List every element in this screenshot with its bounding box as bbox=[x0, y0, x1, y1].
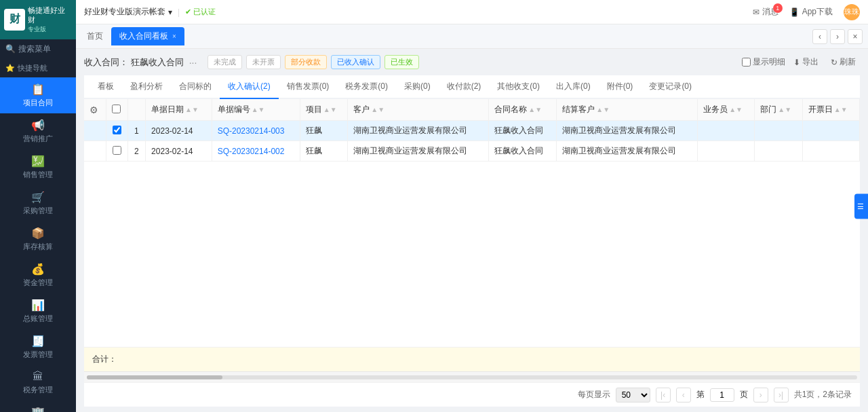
message-button[interactable]: ✉ 消息 1 bbox=[753, 6, 778, 18]
show-detail-label[interactable]: 显示明细 bbox=[742, 56, 785, 68]
row1-billno[interactable]: SQ-20230214-003 bbox=[212, 121, 300, 141]
subtab-payment[interactable]: 收付款(2) bbox=[439, 75, 490, 99]
verified-check-icon: ✔ bbox=[185, 7, 191, 16]
contract-more-button[interactable]: ··· bbox=[189, 57, 197, 68]
active-tab[interactable]: 收入合同看板 × bbox=[111, 27, 184, 45]
status-no-invoice[interactable]: 未开票 bbox=[246, 55, 281, 69]
status-badges: 未完成 未开票 部分收款 已收入确认 已生效 bbox=[208, 55, 419, 69]
row2-checkbox[interactable] bbox=[113, 146, 121, 155]
row2-contractname: 狂飙收入合同 bbox=[489, 141, 557, 162]
refresh-icon: ↻ bbox=[831, 58, 837, 67]
row2-num: 2 bbox=[127, 141, 146, 162]
export-button[interactable]: ⬇ 导出 bbox=[789, 54, 823, 70]
pagination-next-button[interactable]: › bbox=[753, 388, 768, 402]
pagination-first-button[interactable]: |‹ bbox=[656, 388, 671, 402]
sidebar-item-inventory[interactable]: 📦 库存核算 bbox=[0, 221, 76, 257]
col-resultcustomer-header[interactable]: 结算客户 ▲▼ bbox=[557, 99, 698, 121]
logo-text: 畅捷通好业财 bbox=[28, 5, 72, 25]
refresh-button[interactable]: ↻ 刷新 bbox=[827, 54, 860, 70]
avatar-button[interactable]: 珠珠 bbox=[844, 4, 860, 20]
search-menu-item[interactable]: 🔍 搜索菜单 bbox=[0, 39, 76, 59]
sort-contractname-icon: ▲▼ bbox=[528, 107, 542, 113]
subtab-purchase[interactable]: 采购(0) bbox=[396, 75, 439, 99]
sidebar-item-label: 采购管理 bbox=[23, 206, 53, 216]
subtab-profit[interactable]: 盈利分析 bbox=[122, 75, 171, 99]
scrollbar-track[interactable] bbox=[87, 375, 857, 379]
sidebar-item-purchase[interactable]: 🛒 采购管理 bbox=[0, 185, 76, 221]
table-row[interactable]: 1 2023-02-14 SQ-20230214-003 狂飙 湖南卫视商业运营… bbox=[84, 121, 860, 141]
sidebar-item-project[interactable]: 📋 项目合同 bbox=[0, 77, 76, 113]
col-salesperson-header[interactable]: 业务员 ▲▼ bbox=[698, 99, 755, 121]
sort-customer-icon: ▲▼ bbox=[371, 107, 384, 113]
col-customer-header[interactable]: 客户 ▲▼ bbox=[348, 99, 489, 121]
contract-actions: 显示明细 ⬇ 导出 ↻ 刷新 bbox=[742, 54, 860, 70]
sidebar-item-tax[interactable]: 🏛 税务管理 bbox=[0, 365, 76, 400]
col-checkbox-header[interactable] bbox=[106, 99, 127, 121]
subtab-standard[interactable]: 合同标的 bbox=[171, 75, 220, 99]
verified-text: 已认证 bbox=[193, 7, 216, 17]
pagination-last-button[interactable]: ›| bbox=[774, 388, 789, 402]
col-billno-header[interactable]: 单据编号 ▲▼ bbox=[212, 99, 300, 121]
tab-prev-button[interactable]: ‹ bbox=[812, 29, 827, 44]
app-download-button[interactable]: 📱 App下载 bbox=[789, 6, 833, 18]
select-all-checkbox[interactable] bbox=[112, 105, 121, 113]
table-container: ⚙ 单据日期 ▲▼ bbox=[84, 99, 860, 347]
page-number-input[interactable]: 1 bbox=[710, 388, 734, 402]
row1-salesperson bbox=[698, 121, 755, 141]
subtab-attachments[interactable]: 附件(0) bbox=[599, 75, 642, 99]
company-name: 好业财专业版演示帐套 bbox=[84, 6, 165, 18]
subtab-kanban[interactable]: 看板 bbox=[90, 75, 122, 99]
row1-checkbox-cell[interactable] bbox=[106, 121, 127, 141]
col-department-header[interactable]: 部门 ▲▼ bbox=[755, 99, 803, 121]
sidebar-item-label: 项目合同 bbox=[23, 98, 53, 108]
sidebar-item-marketing[interactable]: 📢 营销推广 bbox=[0, 113, 76, 149]
subtab-outbound[interactable]: 出入库(0) bbox=[548, 75, 599, 99]
scrollbar-thumb[interactable] bbox=[87, 375, 222, 379]
col-settings-header[interactable]: ⚙ bbox=[84, 99, 106, 121]
total-row: 合计： bbox=[84, 347, 860, 371]
subtab-other-income[interactable]: 其他收支(0) bbox=[489, 75, 548, 99]
settings-gear-icon[interactable]: ⚙ bbox=[90, 105, 98, 115]
row1-checkbox[interactable] bbox=[113, 126, 121, 134]
search-menu-label: 搜索菜单 bbox=[18, 43, 51, 55]
horizontal-scrollbar[interactable] bbox=[84, 371, 860, 382]
per-page-select[interactable]: 50 100 200 bbox=[616, 388, 650, 402]
subtab-change-log[interactable]: 变更记录(0) bbox=[641, 75, 700, 99]
col-contractname-header[interactable]: 合同名称 ▲▼ bbox=[489, 99, 557, 121]
col-date-header[interactable]: 单据日期 ▲▼ bbox=[146, 99, 212, 121]
show-detail-checkbox[interactable] bbox=[742, 58, 751, 67]
row2-customer: 湖南卫视商业运营发展有限公司 bbox=[348, 141, 489, 162]
subtab-sales-invoice[interactable]: 销售发票(0) bbox=[279, 75, 338, 99]
pagination-prev-button[interactable]: ‹ bbox=[676, 388, 691, 402]
home-tab[interactable]: 首页 bbox=[81, 28, 108, 45]
tab-next-button[interactable]: › bbox=[830, 29, 845, 44]
row2-checkbox-cell[interactable] bbox=[106, 141, 127, 162]
row1-opendate bbox=[802, 121, 859, 141]
row2-billno-link[interactable]: SQ-20230214-002 bbox=[218, 147, 285, 156]
sidebar-item-funds[interactable]: 💰 资金管理 bbox=[0, 257, 76, 293]
status-incomplete[interactable]: 未完成 bbox=[208, 55, 242, 69]
close-tab-button[interactable]: × bbox=[172, 33, 176, 40]
tab-close-button[interactable]: × bbox=[848, 29, 863, 44]
sidebar-item-fixed-assets[interactable]: 🏢 固定资产 bbox=[0, 400, 76, 412]
subtab-confirm[interactable]: 收入确认(2) bbox=[220, 75, 279, 99]
status-effective[interactable]: 已生效 bbox=[384, 55, 419, 69]
row2-billno[interactable]: SQ-20230214-002 bbox=[212, 141, 300, 162]
sort-project-icon: ▲▼ bbox=[323, 107, 337, 113]
sidebar-item-sales[interactable]: 💹 销售管理 bbox=[0, 149, 76, 185]
shortcuts-item[interactable]: ⭐ 快捷导航 bbox=[0, 59, 76, 77]
col-opendate-header[interactable]: 开票日 ▲▼ bbox=[802, 99, 859, 121]
data-table: ⚙ 单据日期 ▲▼ bbox=[84, 99, 860, 162]
company-selector[interactable]: 好业财专业版演示帐套 ▾ bbox=[84, 6, 172, 18]
shortcuts-label: 快捷导航 bbox=[18, 63, 47, 73]
status-partial-collect[interactable]: 部分收款 bbox=[285, 55, 327, 69]
table-row[interactable]: 2 2023-02-14 SQ-20230214-002 狂飙 湖南卫视商业运营… bbox=[84, 141, 860, 162]
col-project-header[interactable]: 项目 ▲▼ bbox=[300, 99, 348, 121]
sidebar-item-general[interactable]: 📊 总账管理 bbox=[0, 293, 76, 329]
row1-billno-link[interactable]: SQ-20230214-003 bbox=[218, 126, 285, 136]
message-badge: 1 bbox=[773, 3, 783, 13]
status-confirmed[interactable]: 已收入确认 bbox=[331, 55, 380, 69]
sidebar-item-invoices[interactable]: 🧾 发票管理 bbox=[0, 329, 76, 365]
side-action-button[interactable]: ☰ bbox=[854, 193, 868, 219]
subtab-tax-invoice[interactable]: 税务发票(0) bbox=[337, 75, 396, 99]
